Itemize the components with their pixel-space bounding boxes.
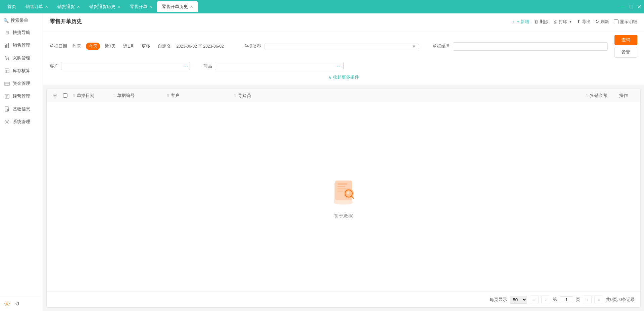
svg-point-7 bbox=[6, 84, 6, 85]
tab-sales-return[interactable]: 销货退货 ✕ bbox=[53, 1, 85, 12]
content: 零售开单历史 ＋ + 新增 🗑 删除 🖨 打印 ▼ ⬆ 导出 bbox=[43, 13, 644, 311]
tab-retail-open[interactable]: 零售开单 ✕ bbox=[125, 1, 157, 12]
print-button[interactable]: 🖨 打印 ▼ bbox=[553, 19, 572, 25]
customer-label: 客户 bbox=[50, 63, 58, 69]
tab-close-retail-open[interactable]: ✕ bbox=[149, 5, 152, 9]
collapse-button[interactable]: ∧ 收起更多条件 bbox=[50, 74, 637, 80]
prev-page-button[interactable]: ‹ bbox=[541, 295, 550, 304]
date-option-7days[interactable]: 近7天 bbox=[102, 43, 118, 50]
sidebar-item-base-info[interactable]: 基础信息 bbox=[0, 103, 43, 115]
show-detail-checkbox[interactable] bbox=[614, 19, 618, 24]
tab-home[interactable]: 首页 bbox=[3, 1, 21, 12]
doc-number-input[interactable] bbox=[453, 42, 608, 51]
query-button[interactable]: 查询 bbox=[614, 35, 637, 45]
svg-point-25 bbox=[347, 192, 349, 194]
table-settings-icon[interactable] bbox=[50, 93, 60, 98]
svg-rect-13 bbox=[18, 302, 19, 305]
svg-rect-5 bbox=[5, 69, 9, 73]
sidebar-item-finance[interactable]: 资金管理 bbox=[0, 77, 43, 90]
th-date[interactable]: ⇅ 单据日期 bbox=[70, 93, 110, 99]
date-option-more[interactable]: 更多 bbox=[139, 43, 153, 50]
product-ellipsis-button[interactable]: ··· bbox=[335, 62, 343, 69]
th-number[interactable]: ⇅ 单据编号 bbox=[110, 93, 164, 99]
table-header-checkbox[interactable] bbox=[60, 93, 70, 98]
sidebar-collapse-btn[interactable] bbox=[14, 301, 20, 308]
empty-state: 暂无数据 bbox=[47, 102, 640, 292]
product-label: 商品 bbox=[203, 63, 212, 69]
date-option-1month[interactable]: 近1月 bbox=[120, 43, 137, 50]
sidebar-item-operations[interactable]: 经营管理 bbox=[0, 90, 43, 103]
th-amount[interactable]: ⇅ 实销金额 bbox=[570, 93, 610, 99]
add-button[interactable]: ＋ + 新增 bbox=[511, 19, 529, 25]
tab-close-sales-return[interactable]: ✕ bbox=[77, 5, 80, 9]
tab-close-sales-order[interactable]: ✕ bbox=[45, 5, 48, 9]
sidebar: 🔍 搜索采单 ⊞ 快捷导航 销售管理 采购管理 库存核算 bbox=[0, 13, 43, 311]
settings-button[interactable]: 设置 bbox=[614, 47, 637, 58]
sidebar-bottom bbox=[0, 297, 43, 311]
sort-icon-guide: ⇅ bbox=[234, 94, 237, 97]
date-options: 昨天 今天 近7天 近1月 更多 自定义 bbox=[70, 43, 174, 50]
tab-close-sales-return-history[interactable]: ✕ bbox=[117, 5, 120, 9]
next-page-button[interactable]: › bbox=[583, 295, 592, 304]
tab-sales-return-history[interactable]: 销货退货历史 ✕ bbox=[85, 1, 125, 12]
svg-rect-6 bbox=[5, 82, 9, 86]
first-page-button[interactable]: « bbox=[530, 295, 539, 304]
page-label: 第 bbox=[553, 297, 557, 303]
product-input[interactable] bbox=[215, 62, 336, 70]
sidebar-item-inventory[interactable]: 库存核算 bbox=[0, 64, 43, 77]
tab-bar: 首页 销售订单 ✕ 销货退货 ✕ 销货退货历史 ✕ 零售开单 ✕ 零售开单历史 … bbox=[0, 0, 644, 13]
page-size-select[interactable]: 50 10 20 100 bbox=[510, 296, 527, 304]
doc-type-select[interactable]: ▼ bbox=[264, 44, 419, 49]
refresh-button[interactable]: ↻ 刷新 bbox=[595, 19, 609, 25]
svg-rect-21 bbox=[337, 191, 343, 192]
svg-rect-10 bbox=[7, 109, 9, 111]
delete-icon: 🗑 bbox=[534, 19, 538, 24]
export-button[interactable]: ⬆ 导出 bbox=[577, 19, 591, 25]
sort-icon-date: ⇅ bbox=[73, 94, 76, 97]
svg-point-11 bbox=[6, 121, 8, 123]
maximize-button[interactable]: □ bbox=[630, 4, 633, 10]
customer-input[interactable] bbox=[61, 62, 182, 70]
doc-number-label: 单据编号 bbox=[433, 43, 450, 49]
main-layout: 🔍 搜索采单 ⊞ 快捷导航 销售管理 采购管理 库存核算 bbox=[0, 13, 644, 311]
sidebar-item-purchase-mgmt[interactable]: 采购管理 bbox=[0, 52, 43, 64]
doc-type-label: 单据类型 bbox=[244, 43, 261, 49]
sidebar-search[interactable]: 🔍 搜索采单 bbox=[0, 13, 43, 26]
date-option-today[interactable]: 今天 bbox=[86, 43, 100, 50]
add-icon: ＋ bbox=[511, 19, 515, 25]
date-label: 单据日期 bbox=[50, 43, 67, 49]
table-area: ⇅ 单据日期 ⇅ 单据编号 ⇅ 客户 ⇅ 导购员 ⇅ 实销 bbox=[46, 89, 641, 308]
filter-area: 单据日期 昨天 今天 近7天 近1月 更多 自定义 2023-06-02 至 2… bbox=[43, 30, 644, 85]
filter-row-2: 客户 ··· 商品 ··· bbox=[50, 62, 637, 70]
show-detail-toggle[interactable]: 显示明细 bbox=[614, 19, 637, 25]
th-guide[interactable]: ⇅ 导购员 bbox=[231, 93, 271, 99]
tab-retail-history[interactable]: 零售开单历史 ✕ bbox=[157, 1, 198, 12]
minimize-button[interactable]: — bbox=[620, 4, 626, 10]
sidebar-settings-btn[interactable] bbox=[4, 301, 10, 308]
system-icon bbox=[4, 119, 10, 125]
select-all-checkbox[interactable] bbox=[63, 93, 67, 98]
page-suffix: 页 bbox=[576, 297, 580, 303]
quick-nav-icon: ⊞ bbox=[4, 30, 10, 36]
finance-icon bbox=[4, 81, 10, 87]
close-button[interactable]: ✕ bbox=[637, 4, 641, 10]
th-action: 操作 bbox=[610, 93, 637, 99]
date-range: 2023-06-02 至 2023-06-02 bbox=[176, 44, 224, 49]
sidebar-item-sales-mgmt[interactable]: 销售管理 bbox=[0, 39, 43, 52]
last-page-button[interactable]: » bbox=[594, 295, 603, 304]
customer-ellipsis-button[interactable]: ··· bbox=[182, 62, 190, 69]
sidebar-item-quick-nav[interactable]: ⊞ 快捷导航 bbox=[0, 26, 43, 39]
th-customer[interactable]: ⇅ 客户 bbox=[164, 93, 231, 99]
page-number-input[interactable] bbox=[560, 296, 573, 303]
tab-sales-order[interactable]: 销售订单 ✕ bbox=[21, 1, 53, 12]
svg-rect-1 bbox=[6, 44, 7, 48]
delete-button[interactable]: 🗑 删除 bbox=[534, 19, 548, 25]
sidebar-item-system[interactable]: 系统管理 bbox=[0, 115, 43, 128]
svg-rect-20 bbox=[337, 189, 346, 190]
next-page-icon: › bbox=[587, 297, 588, 302]
date-option-yesterday[interactable]: 昨天 bbox=[70, 43, 84, 50]
tab-close-retail-history[interactable]: ✕ bbox=[190, 5, 193, 9]
sales-mgmt-icon bbox=[4, 42, 10, 48]
date-option-custom[interactable]: 自定义 bbox=[155, 43, 174, 50]
svg-rect-0 bbox=[5, 45, 6, 48]
